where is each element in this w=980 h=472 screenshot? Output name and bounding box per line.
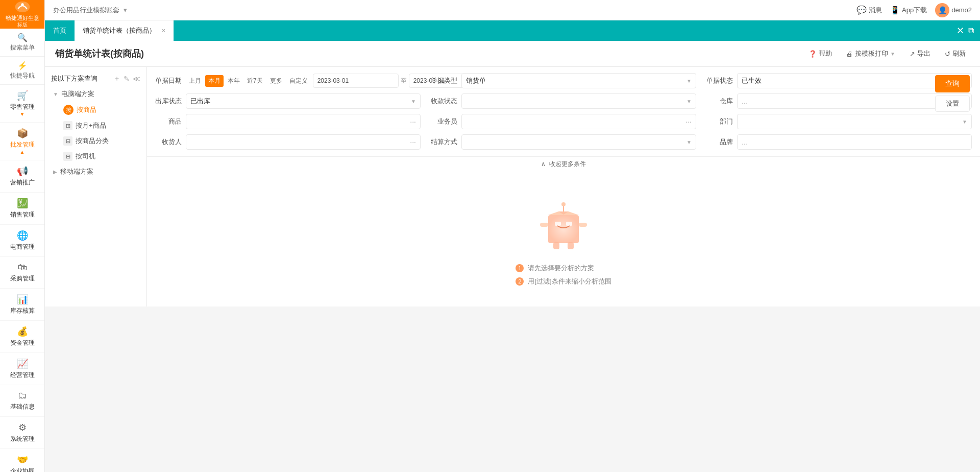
date-tab-lastmonth[interactable]: 上月 [186,75,204,87]
tab-home-label: 首页 [53,26,66,35]
date-from-input[interactable] [313,74,399,88]
consignee-input[interactable]: ··· [186,134,421,150]
system-icon: ⚙ [18,422,27,433]
payment-input[interactable]: ▼ [461,134,696,150]
refresh-btn[interactable]: ↺ 刷新 [941,47,970,60]
print-label: 按模板打印 [855,49,888,58]
sidebar-item-purchase[interactable]: 🛍 采购管理 [0,257,44,289]
sidebar-item-label: 经营管理 [10,371,35,380]
help-btn[interactable]: ❓ 帮助 [804,47,836,60]
sidebar-item-label: 基础信息 [10,403,35,411]
header-actions: 💬 消息 📱 App下载 👤 demo2 [856,3,972,17]
desktop-schemes-group[interactable]: ▼ 电脑端方案 [45,86,146,102]
help-label: 帮助 [819,49,832,58]
outstatus-arrow: ▼ [411,99,416,104]
date-tab-more[interactable]: 更多 [267,75,285,87]
filter-panel-tools: ＋ ✎ ≪ [113,74,140,83]
quick-nav[interactable]: ⚡ 快捷导航 [0,57,44,85]
doctype-input[interactable]: 销货单 ▼ [461,73,696,88]
warehouse-dots: ... [742,98,967,105]
ecommerce-icon: 🌐 [17,230,28,241]
outstatus-label: 出库状态 [155,97,186,106]
tip-1-text: 请先选择要分析的方案 [528,264,594,273]
user-profile[interactable]: 👤 demo2 [935,3,972,17]
page-content: 销货单统计表(按商品) ❓ 帮助 🖨 按模板打印 ▼ ↗ 导出 ↺ 刷新 [45,41,980,472]
export-icon: ↗ [910,50,915,58]
export-btn[interactable]: ↗ 导出 [905,47,935,60]
sidebar-item-retail[interactable]: 🛒 零售管理 ▼ [0,85,44,123]
date-tab-7days[interactable]: 近7天 [244,75,266,87]
breadcrumb: 办公用品行业模拟账套 ▾ [53,6,856,15]
sidebar-item-sales[interactable]: 💹 销售管理 [0,193,44,225]
sidebar-item-label: 企业协同 [10,467,35,472]
settings-button[interactable]: 设置 [935,96,970,112]
date-separator: 至 [401,77,407,85]
sidebar-search[interactable]: 🔍 搜索菜单 [0,29,44,57]
outstatus-input[interactable]: 已出库 ▼ [186,93,421,109]
dept-input[interactable]: ▼ [737,114,972,129]
date-tab-custom[interactable]: 自定义 [286,75,311,87]
scheme-by-driver[interactable]: ⊟ 按司机 [45,149,146,164]
doctype-label: 单据类型 [431,76,461,85]
search-label: 搜索菜单 [10,43,35,52]
sidebar-item-basic[interactable]: 🗂 基础信息 [0,385,44,417]
dept-label: 部门 [706,117,737,126]
salesman-dots[interactable]: ··· [685,117,692,126]
tab-expand[interactable]: ✕ ⧉ [950,25,980,36]
sidebar-item-label: 系统管理 [10,435,35,443]
sidebar-item-system[interactable]: ⚙ 系统管理 [0,417,44,449]
sidebar-item-inventory[interactable]: 📊 库存核算 [0,289,44,321]
docstatus-label: 单据状态 [706,76,737,85]
app-name: 畅捷通好生意 [6,15,39,21]
print-btn[interactable]: 🖨 按模板打印 ▼ [842,47,899,60]
scheme-by-goods[interactable]: 按 按商品 [45,102,146,118]
edit-scheme-icon[interactable]: ✎ [124,75,130,83]
scheme-by-category[interactable]: ⊟ 按商品分类 [45,133,146,149]
warehouse-label: 仓库 [706,97,737,106]
expand-icon: ▼ [20,111,25,117]
sidebar-item-label: 采购管理 [10,274,35,283]
main-area: 办公用品行业模拟账套 ▾ 💬 消息 📱 App下载 👤 demo2 首页 [45,0,980,472]
mobile-schemes-group[interactable]: ▶ 移动端方案 [45,164,146,179]
collapse-bar[interactable]: ∧ 收起更多条件 [147,156,980,172]
message-btn[interactable]: 💬 消息 [856,5,882,15]
query-button[interactable]: 查询 [935,75,970,92]
svg-point-0 [15,2,29,12]
date-tab-thismonth[interactable]: 本月 [205,75,224,87]
svg-point-1 [21,3,23,6]
app-download-btn[interactable]: 📱 App下载 [890,6,927,15]
filter-panel: 按以下方案查询 ＋ ✎ ≪ ▼ 电脑端方案 按 按商品 ⊞ [45,67,147,306]
brand-input[interactable]: ... [737,134,972,150]
goods-input[interactable]: ··· [186,114,421,129]
scheme-by-month-goods[interactable]: ⊞ 按月+商品 [45,118,146,133]
dropdown-arrow[interactable]: ▾ [124,6,127,14]
filter-row-1: 单据日期 上月 本月 本年 近7天 更多 自定义 [155,73,972,88]
sidebar-item-ecommerce[interactable]: 🌐 电商管理 [0,225,44,257]
consignee-field: 收货人 ··· [155,134,421,150]
sidebar-item-marketing[interactable]: 📢 营销推广 [0,160,44,193]
svg-rect-2 [548,215,579,243]
sidebar-item-wholesale[interactable]: 📦 批发管理 ▲ [0,123,44,160]
action-buttons: 查询 设置 [935,75,970,112]
tab-active[interactable]: 销货单统计表（按商品） × [75,20,174,41]
svg-rect-7 [540,223,548,227]
sidebar-item-management[interactable]: 📈 经营管理 [0,353,44,385]
sidebar-item-enterprise[interactable]: 🤝 企业协同 [0,449,44,472]
print-arrow[interactable]: ▼ [890,51,895,57]
sidebar-item-finance[interactable]: 💰 资金管理 [0,321,44,353]
goods-dots[interactable]: ··· [410,117,416,126]
receivestatus-arrow: ▼ [687,99,692,104]
close-window-icon[interactable]: ✕ [957,25,964,36]
add-scheme-icon[interactable]: ＋ [113,74,120,83]
industry-label: 办公用品行业模拟账套 [53,6,119,14]
tab-home[interactable]: 首页 [45,20,75,41]
receivestatus-input[interactable]: ▼ [461,93,696,109]
brand-field: 品牌 ... [706,134,972,150]
tab-close-icon[interactable]: × [162,27,165,34]
consignee-dots[interactable]: ··· [410,138,416,146]
date-tab-thisyear[interactable]: 本年 [225,75,243,87]
expand-icon[interactable]: ⧉ [968,26,974,35]
collapse-panel-icon[interactable]: ≪ [133,75,140,83]
salesman-input[interactable]: ··· [461,114,696,129]
salesman-label: 业务员 [431,117,461,126]
